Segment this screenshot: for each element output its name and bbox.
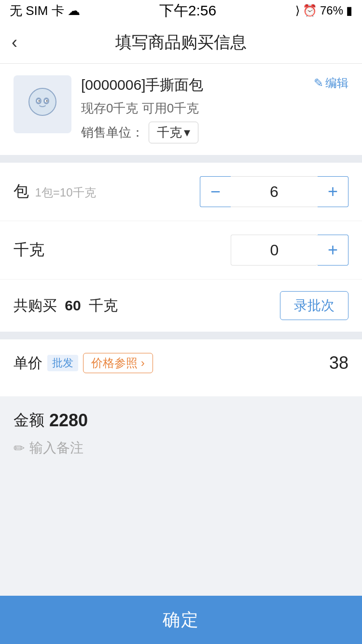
unit-label: 销售单位： [81, 124, 144, 141]
bao-plus-button[interactable]: + [318, 176, 348, 207]
price-label-group: 单价 批发 价格参照 › [14, 353, 153, 373]
edit-label: 编辑 [325, 75, 348, 91]
kg-quantity-input[interactable] [231, 235, 318, 266]
bao-controls: − + [200, 176, 348, 207]
confirm-button[interactable]: 确定 [0, 596, 362, 644]
kg-quantity-row: 千克 + [0, 221, 362, 280]
nav-bar: ‹ 填写商品购买信息 [0, 21, 362, 64]
svg-point-0 [29, 88, 56, 115]
bao-quantity-row: 包 1包=10千克 − + [0, 163, 362, 221]
remark-icon: ✏ [14, 440, 25, 456]
kg-controls: + [231, 235, 348, 266]
bao-label-group: 包 1包=10千克 [14, 181, 200, 202]
price-section: 单价 批发 价格参照 › 38 [0, 339, 362, 396]
price-value: 38 [329, 353, 348, 373]
kg-plus-button[interactable]: + [318, 235, 348, 266]
product-card: [0000006]手撕面包 ✎ 编辑 现存0千克 可用0千克 销售单位： 千克 … [0, 64, 362, 155]
unit-arrow-icon: ▾ [184, 125, 190, 140]
remark-row[interactable]: ✏ 输入备注 [14, 439, 348, 457]
status-right: ⟩ ⏰ 76% ▮ [295, 4, 352, 17]
bao-minus-button[interactable]: − [200, 176, 231, 207]
pifa-badge: 批发 [47, 355, 78, 371]
page-title: 填写商品购买信息 [115, 31, 247, 54]
back-button[interactable]: ‹ [12, 32, 17, 53]
sim-label: 无 SIM 卡 ☁ [10, 2, 80, 19]
total-text: 共购买 60 千克 [14, 296, 118, 316]
unit-row: 销售单位： 千克 ▾ [81, 122, 348, 143]
total-prefix: 共购买 [14, 297, 57, 313]
product-name: [0000006]手撕面包 [81, 75, 203, 95]
kg-label: 千克 [14, 241, 44, 258]
total-unit: 千克 [89, 297, 118, 313]
battery-label: 76% [320, 4, 343, 17]
divider-2 [0, 332, 362, 339]
status-bar: 无 SIM 卡 ☁ 下午2:56 ⟩ ⏰ 76% ▮ [0, 0, 362, 21]
bao-sub-label: 1包=10千克 [35, 186, 96, 199]
bao-quantity-input[interactable] [231, 176, 318, 207]
price-row: 单价 批发 价格参照 › 38 [14, 353, 348, 373]
alarm-icon: ⏰ [303, 4, 317, 17]
amount-label: 金额 [14, 410, 44, 431]
amount-value: 2280 [49, 410, 88, 431]
unit-select[interactable]: 千克 ▾ [149, 122, 198, 143]
kg-label-group: 千克 [14, 239, 231, 261]
price-label: 单价 [14, 353, 42, 373]
product-thumb-icon [28, 87, 57, 122]
location-icon: ⟩ [295, 4, 300, 17]
edit-button[interactable]: ✎ 编辑 [314, 75, 348, 91]
remark-placeholder: 输入备注 [29, 439, 84, 457]
svg-point-6 [46, 100, 48, 101]
empty-area [0, 471, 362, 606]
batch-button[interactable]: 录批次 [280, 291, 348, 320]
product-info: [0000006]手撕面包 ✎ 编辑 现存0千克 可用0千克 销售单位： 千克 … [81, 75, 348, 143]
product-stock: 现存0千克 可用0千克 [81, 100, 348, 117]
status-left: 无 SIM 卡 ☁ [10, 2, 80, 19]
price-ref-button[interactable]: 价格参照 › [83, 353, 153, 373]
svg-point-5 [39, 100, 40, 101]
quantity-section: 包 1包=10千克 − + 千克 + [0, 163, 362, 280]
unit-value: 千克 [157, 124, 182, 141]
bao-label: 包 [14, 182, 29, 200]
divider-1 [0, 155, 362, 163]
status-time: 下午2:56 [159, 1, 216, 21]
product-thumbnail [14, 75, 71, 133]
amount-section: 金额 2280 ✏ 输入备注 [0, 396, 362, 471]
amount-row: 金额 2280 [14, 410, 348, 431]
battery-icon: ▮ [346, 4, 352, 17]
total-row: 共购买 60 千克 录批次 [0, 280, 362, 332]
edit-icon: ✎ [314, 76, 323, 90]
total-amount: 60 [65, 297, 81, 313]
